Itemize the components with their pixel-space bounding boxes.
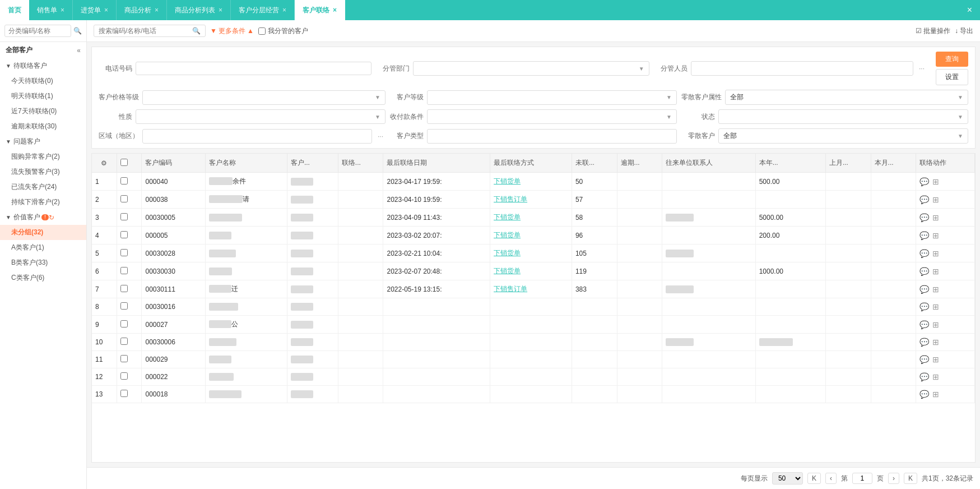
tab-home[interactable]: 首页 [0, 0, 29, 20]
col-no-contact[interactable]: 未联... [572, 154, 617, 173]
chat-icon[interactable]: 💬 [919, 320, 929, 329]
per-page-select[interactable]: 50 100 200 [772, 472, 803, 485]
my-customers-input[interactable] [258, 27, 266, 35]
row-checkbox[interactable] [117, 262, 142, 280]
phone-input[interactable] [136, 62, 371, 75]
grid-icon[interactable]: ⊞ [932, 231, 939, 240]
tab-customer-contact[interactable]: 客户联络 × [295, 0, 345, 20]
col-unit-contact[interactable]: 往来单位联系人 [662, 154, 755, 173]
manager-more-icon[interactable]: ··· [917, 64, 927, 72]
grid-icon[interactable]: ⊞ [932, 372, 939, 381]
tab-product-analysis[interactable]: 商品分析 × [117, 0, 167, 20]
grid-icon[interactable]: ⊞ [932, 177, 939, 186]
row-select-checkbox[interactable] [120, 390, 128, 397]
tab-close-product-list[interactable]: × [219, 6, 222, 14]
gender-select[interactable]: ▼ [136, 109, 386, 124]
batch-op-button[interactable]: ☑ 批量操作 [916, 26, 950, 36]
row-checkbox[interactable] [117, 245, 142, 262]
row-select-checkbox[interactable] [120, 177, 128, 184]
customer-type-select[interactable] [427, 129, 677, 144]
price-grade-select[interactable]: ▼ [142, 90, 386, 105]
sidebar-item-today[interactable]: 今天待联络(0) [0, 73, 86, 89]
grid-icon[interactable]: ⊞ [932, 302, 939, 311]
tab-purchase[interactable]: 进货单 × [73, 0, 117, 20]
row-checkbox[interactable] [117, 227, 142, 245]
grid-icon[interactable]: ⊞ [932, 285, 939, 294]
row-checkbox[interactable] [117, 386, 142, 403]
export-button[interactable]: ↓ 导出 [955, 26, 973, 36]
search-input-wrap[interactable]: 🔍 [94, 25, 206, 37]
chat-icon[interactable]: 💬 [919, 213, 929, 222]
sidebar-item-abnormal[interactable]: 囤购异常客户(2) [0, 149, 86, 164]
retail-customer-select[interactable]: 全部 ▼ [718, 128, 968, 144]
chat-icon[interactable]: 💬 [919, 249, 929, 258]
sidebar-item-overdue[interactable]: 逾期未联络(30) [0, 119, 86, 134]
sidebar-all-customers[interactable]: 全部客户 « [0, 42, 86, 58]
row-checkbox[interactable] [117, 334, 142, 351]
row-select-checkbox[interactable] [120, 338, 128, 345]
first-page-button[interactable]: K [807, 473, 821, 484]
chat-icon[interactable]: 💬 [919, 372, 929, 381]
sidebar-search-icon[interactable]: 🔍 [73, 27, 82, 35]
next-page-button[interactable]: › [888, 473, 899, 484]
payment-select[interactable]: ▼ [427, 109, 677, 124]
query-button[interactable]: 查询 [936, 52, 968, 67]
last-page-button[interactable]: K [904, 473, 917, 484]
manager-select[interactable] [691, 61, 913, 76]
sidebar-item-7days[interactable]: 近7天待联络(0) [0, 104, 86, 119]
row-select-checkbox[interactable] [120, 372, 128, 380]
row-checkbox[interactable] [117, 280, 142, 298]
sidebar-item-ungroued[interactable]: 未分组(32) [0, 225, 86, 240]
chat-icon[interactable]: 💬 [919, 302, 929, 311]
tab-close-customer-segment[interactable]: × [282, 6, 286, 14]
col-last-method[interactable]: 最后联络方式 [490, 154, 572, 173]
col-this-month[interactable]: 本月... [871, 154, 916, 173]
grid-icon[interactable]: ⊞ [932, 320, 939, 329]
dept-select[interactable]: ▼ [413, 61, 649, 76]
row-select-checkbox[interactable] [120, 231, 128, 238]
sidebar-item-declining[interactable]: 持续下滑客户(2) [0, 195, 86, 210]
sidebar-item-grade-c[interactable]: C类客户(6) [0, 270, 86, 285]
col-code[interactable]: 客户编码 [142, 154, 206, 173]
chat-icon[interactable]: 💬 [919, 267, 929, 276]
row-select-checkbox[interactable] [120, 355, 128, 362]
row-select-checkbox[interactable] [120, 267, 128, 274]
sidebar-problem-group[interactable]: ▼ 问题客户 [0, 134, 86, 149]
window-close-button[interactable]: × [959, 5, 980, 15]
select-all-checkbox[interactable] [120, 159, 128, 166]
sidebar-item-lost[interactable]: 已流失客户(24) [0, 179, 86, 195]
row-select-checkbox[interactable] [120, 195, 128, 202]
row-select-checkbox[interactable] [120, 302, 128, 310]
col-this-year[interactable]: 本年... [755, 154, 825, 173]
tab-close-customer-contact[interactable]: × [333, 6, 337, 14]
page-input[interactable] [852, 473, 872, 484]
sidebar-item-grade-a[interactable]: A类客户(1) [0, 240, 86, 255]
tab-close-purchase[interactable]: × [104, 6, 108, 14]
tab-customer-segment[interactable]: 客户分层经营 × [231, 0, 295, 20]
chat-icon[interactable]: 💬 [919, 355, 929, 364]
sidebar-pending-group[interactable]: ▼ 待联络客户 [0, 58, 86, 73]
grid-icon[interactable]: ⊞ [932, 390, 939, 399]
row-checkbox[interactable] [117, 191, 142, 209]
grid-icon[interactable]: ⊞ [932, 355, 939, 364]
region-select[interactable] [142, 129, 372, 144]
row-select-checkbox[interactable] [120, 285, 128, 292]
sidebar-value-group[interactable]: ▼ 价值客户 ! ↻ [0, 210, 86, 225]
row-checkbox[interactable] [117, 368, 142, 386]
sidebar-item-at-risk[interactable]: 流失预警客户(3) [0, 164, 86, 179]
search-input[interactable] [99, 27, 192, 35]
tab-close-product-analysis[interactable]: × [155, 6, 159, 14]
customer-grade-select[interactable]: ▼ [427, 90, 677, 105]
chat-icon[interactable]: 💬 [919, 177, 929, 186]
row-checkbox[interactable] [117, 173, 142, 191]
grid-icon[interactable]: ⊞ [932, 213, 939, 222]
prev-page-button[interactable]: ‹ [825, 473, 837, 484]
col-last-date[interactable]: 最后联络日期 [383, 154, 490, 173]
row-checkbox[interactable] [117, 298, 142, 316]
reset-button[interactable]: 设置 [936, 69, 968, 85]
grid-icon[interactable]: ⊞ [932, 249, 939, 258]
status-select[interactable]: ▼ [718, 109, 968, 124]
chat-icon[interactable]: 💬 [919, 231, 929, 240]
col-overdue[interactable]: 逾期... [617, 154, 662, 173]
row-checkbox[interactable] [117, 209, 142, 227]
